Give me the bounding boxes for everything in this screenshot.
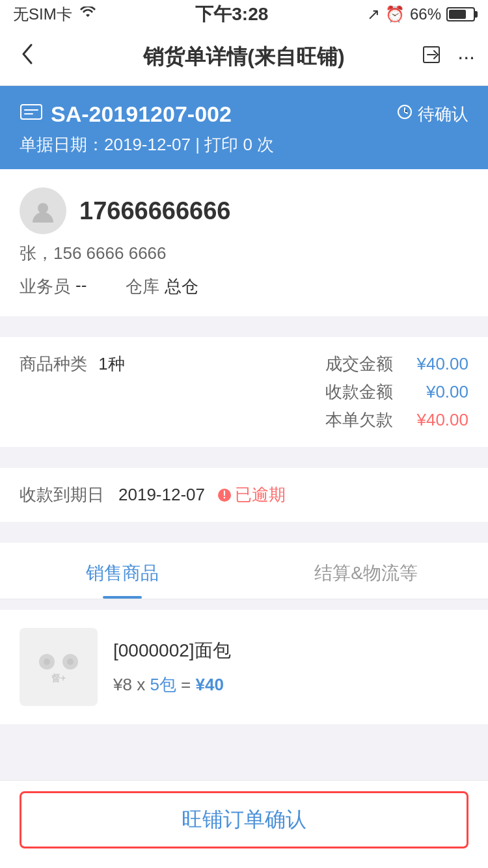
balance-value: ¥40.00 (403, 410, 468, 430)
product-price: ¥8 x 5包 = ¥40 (113, 673, 468, 696)
due-label: 收款到期日 (20, 483, 104, 506)
avatar (20, 187, 66, 234)
tabs: 销售商品 结算&物流等 (0, 543, 488, 599)
confirm-bar: 旺铺订单确认 (0, 780, 488, 868)
salesperson-value: -- (75, 275, 87, 298)
svg-text:督+: 督+ (51, 673, 66, 683)
svg-point-3 (38, 203, 48, 213)
more-icon[interactable]: ··· (457, 45, 475, 69)
alarm-icon: ⏰ (385, 5, 405, 23)
tab-settlement-label: 结算&物流等 (314, 563, 418, 583)
tab-sales-label: 销售商品 (86, 563, 159, 583)
order-header: SA-20191207-002 待确认 单据日期：2019-12-07 | 打印… (0, 86, 488, 169)
warehouse-label: 仓库 (126, 275, 159, 298)
customer-meta: 业务员 -- 仓库 总仓 (20, 275, 468, 298)
status-carrier: 无SIM卡 (13, 4, 97, 25)
back-button[interactable] (13, 36, 42, 78)
status-battery: ↗ ⏰ 66% (367, 5, 475, 23)
tab-settlement[interactable]: 结算&物流等 (244, 543, 488, 599)
svg-point-7 (67, 658, 74, 665)
product-section: 督+ [0000002]面包 ¥8 x 5包 = ¥40 (0, 610, 488, 724)
summary-section: 商品种类 1种 成交金额 ¥40.00 收款金额 ¥0.00 本单欠款 ¥40.… (0, 337, 488, 447)
order-icon (20, 102, 43, 126)
product-thumbnail: 督+ (20, 628, 98, 706)
received-label: 收款金额 (325, 381, 393, 403)
product-types-label: 商品种类 (20, 354, 87, 373)
product-types-value: 1种 (98, 354, 124, 373)
page-title: 销货单详情(来自旺铺) (143, 43, 344, 72)
transaction-amount-row: 成交金额 ¥40.00 (325, 353, 468, 375)
nav-bar: 销货单详情(来自旺铺) ··· (0, 29, 488, 86)
product-name: [0000002]面包 (113, 638, 468, 663)
share-icon[interactable] (421, 44, 442, 70)
svg-point-5 (44, 658, 50, 665)
quantity: 5包 (150, 675, 176, 694)
overdue-text: 已逾期 (235, 483, 286, 506)
salesperson-field: 业务员 -- (20, 275, 87, 298)
wifi-icon (79, 5, 97, 23)
transaction-value: ¥40.00 (403, 354, 468, 374)
order-date: 单据日期：2019-12-07 | 打印 0 次 (20, 133, 468, 156)
clock-icon (397, 104, 413, 124)
battery-percent: 66% (410, 5, 441, 23)
transaction-label: 成交金额 (325, 353, 393, 375)
equals-sign: = (181, 675, 195, 694)
order-status: 待确认 (397, 103, 468, 126)
amounts: 成交金额 ¥40.00 收款金额 ¥0.00 本单欠款 ¥40.00 (325, 353, 468, 431)
location-icon: ↗ (367, 5, 380, 23)
divider-3 (0, 532, 488, 543)
customer-section: 17666666666 张，156 6666 6666 业务员 -- 仓库 总仓 (0, 169, 488, 316)
warehouse-value: 总仓 (165, 275, 198, 298)
warehouse-field: 仓库 总仓 (126, 275, 198, 298)
order-status-text: 待确认 (418, 103, 468, 126)
tab-sales-products[interactable]: 销售商品 (0, 543, 244, 599)
product-info: [0000002]面包 ¥8 x 5包 = ¥40 (113, 638, 468, 696)
divider-2 (0, 457, 488, 468)
svg-rect-1 (21, 105, 42, 119)
product-item: 督+ [0000002]面包 ¥8 x 5包 = ¥40 (0, 610, 488, 724)
customer-name: 张，156 6666 6666 (20, 242, 468, 265)
customer-phone: 17666666666 (79, 197, 230, 225)
product-image-placeholder: 督+ (33, 647, 85, 686)
received-amount-row: 收款金额 ¥0.00 (325, 381, 468, 403)
product-total: ¥40 (196, 675, 224, 694)
product-types: 商品种类 1种 (20, 353, 125, 375)
overdue-icon: ! (218, 489, 231, 502)
battery-icon (446, 7, 475, 21)
overdue-badge: ! 已逾期 (218, 483, 286, 506)
order-id-text: SA-20191207-002 (51, 102, 232, 127)
balance-label: 本单欠款 (325, 409, 393, 431)
nav-actions: ··· (421, 44, 475, 70)
divider-1 (0, 327, 488, 337)
multiply-sign: x (137, 675, 150, 694)
unit-price: ¥8 (113, 675, 132, 694)
order-id: SA-20191207-002 (20, 102, 232, 127)
status-time: 下午3:28 (195, 2, 268, 27)
carrier-text: 无SIM卡 (13, 4, 72, 25)
received-value: ¥0.00 (403, 382, 468, 402)
confirm-order-button[interactable]: 旺铺订单确认 (20, 791, 468, 848)
salesperson-label: 业务员 (20, 275, 70, 298)
due-date: 2019-12-07 (118, 485, 205, 505)
status-bar: 无SIM卡 下午3:28 ↗ ⏰ 66% (0, 0, 488, 29)
balance-row: 本单欠款 ¥40.00 (325, 409, 468, 431)
due-date-section: 收款到期日 2019-12-07 ! 已逾期 (0, 468, 488, 522)
